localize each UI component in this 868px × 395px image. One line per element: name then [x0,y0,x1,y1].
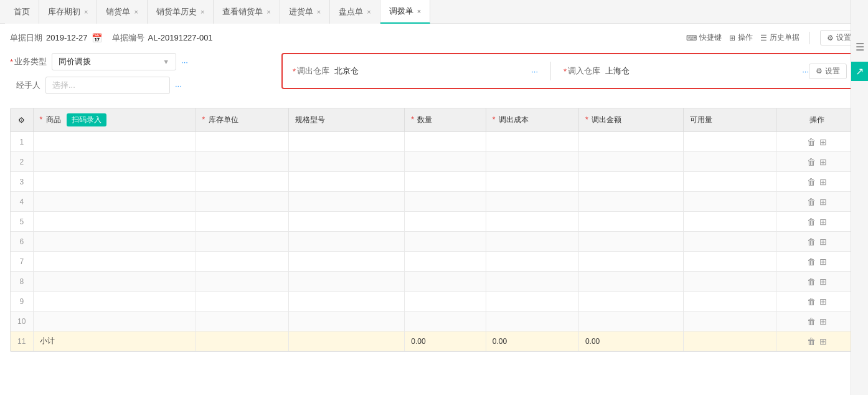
tab-purchase-order[interactable]: 进货单 × [280,0,330,24]
qty-cell[interactable] [405,192,486,212]
scan-entry-button[interactable]: 扫码录入 [67,113,106,126]
sidebar-export-icon[interactable]: ↗ [851,62,869,81]
transfer-cost-cell[interactable] [486,172,578,192]
delete-subtotal-icon[interactable]: 🗑 [807,336,816,346]
unit-cell[interactable] [196,132,288,152]
product-cell[interactable] [33,292,196,312]
transfer-amount-cell[interactable] [578,212,683,232]
delete-row-icon[interactable]: 🗑 [807,257,816,267]
spec-cell[interactable] [288,192,404,212]
unit-cell[interactable] [196,192,288,212]
product-cell[interactable] [33,172,196,192]
transfer-cost-cell[interactable] [486,252,578,272]
transfer-cost-cell[interactable] [486,152,578,172]
qty-cell[interactable] [405,152,486,172]
qty-cell[interactable] [405,272,486,292]
transfer-amount-cell[interactable] [578,192,683,212]
delete-row-icon[interactable]: 🗑 [807,157,816,167]
tab-transfer-order[interactable]: 调拨单 × [380,0,430,24]
available-cell[interactable] [683,252,776,272]
settings-col-header[interactable]: ⚙ [11,108,33,132]
spec-cell[interactable] [288,172,404,192]
product-cell[interactable] [33,272,196,292]
spec-cell[interactable] [288,152,404,172]
copy-row-icon[interactable]: ⊞ [819,177,827,187]
unit-cell[interactable] [196,212,288,232]
available-cell[interactable] [683,172,776,192]
tab-close-inventory-check[interactable]: × [367,8,370,16]
unit-cell[interactable] [196,232,288,252]
available-cell[interactable] [683,132,776,152]
transfer-amount-cell[interactable] [578,292,683,312]
available-cell[interactable] [683,272,776,292]
copy-row-icon[interactable]: ⊞ [819,297,827,307]
transfer-cost-cell[interactable] [486,312,578,331]
qty-cell[interactable] [405,292,486,312]
available-cell[interactable] [683,152,776,172]
copy-row-icon[interactable]: ⊞ [819,137,827,147]
transfer-amount-cell[interactable] [578,152,683,172]
transfer-amount-cell[interactable] [578,132,683,152]
unit-cell[interactable] [196,152,288,172]
delete-row-icon[interactable]: 🗑 [807,137,816,147]
available-cell[interactable] [683,232,776,252]
transfer-cost-cell[interactable] [486,192,578,212]
spec-cell[interactable] [288,252,404,272]
tab-home[interactable]: 首页 [5,0,39,24]
tab-view-sales[interactable]: 查看销货单 × [214,0,280,24]
copy-row-icon[interactable]: ⊞ [819,257,827,267]
copy-row-icon[interactable]: ⊞ [819,316,827,326]
available-cell[interactable] [683,292,776,312]
handler-more[interactable]: ··· [175,81,182,90]
delete-row-icon[interactable]: 🗑 [807,197,816,207]
qty-cell[interactable] [405,232,486,252]
history-button[interactable]: ☰ 历史单据 [760,32,800,43]
calendar-icon[interactable]: 📅 [92,33,102,43]
operations-button[interactable]: ⊞ 操作 [729,32,753,43]
transfer-cost-cell[interactable] [486,272,578,292]
transfer-cost-cell[interactable] [486,132,578,152]
tab-close-sales-order[interactable]: × [134,8,138,16]
qty-cell[interactable] [405,252,486,272]
copy-row-icon[interactable]: ⊞ [819,217,827,227]
qty-cell[interactable] [405,312,486,331]
spec-cell[interactable] [288,212,404,232]
delete-row-icon[interactable]: 🗑 [807,237,816,247]
unit-cell[interactable] [196,252,288,272]
shortcut-button[interactable]: ⌨ 快捷键 [686,32,722,43]
spec-cell[interactable] [288,292,404,312]
business-type-select[interactable]: 同价调拨 ▼ [52,53,176,70]
warehouse-settings-button[interactable]: ⚙ 设置 [809,64,847,79]
qty-cell[interactable] [405,172,486,192]
unit-cell[interactable] [196,272,288,292]
transfer-cost-cell[interactable] [486,232,578,252]
transfer-amount-cell[interactable] [578,232,683,252]
transfer-cost-cell[interactable] [486,212,578,232]
tab-sales-history[interactable]: 销货单历史 × [148,0,214,24]
tab-close-purchase-order[interactable]: × [317,8,321,16]
product-cell[interactable] [33,192,196,212]
tab-close-transfer-order[interactable]: × [417,7,421,15]
product-cell[interactable] [33,252,196,272]
unit-cell[interactable] [196,312,288,331]
tab-close-inventory-init[interactable]: × [84,8,88,16]
qty-cell[interactable] [405,132,486,152]
copy-row-icon[interactable]: ⊞ [819,197,827,207]
unit-cell[interactable] [196,292,288,312]
delete-row-icon[interactable]: 🗑 [807,297,816,307]
transfer-cost-cell[interactable] [486,292,578,312]
handler-select[interactable]: 选择... [45,77,170,94]
sidebar-list-icon[interactable]: ☰ [856,37,864,57]
product-cell[interactable] [33,152,196,172]
spec-cell[interactable] [288,132,404,152]
product-cell[interactable] [33,232,196,252]
tab-inventory-check[interactable]: 盘点单 × [330,0,380,24]
transfer-amount-cell[interactable] [578,172,683,192]
transfer-amount-cell[interactable] [578,312,683,331]
spec-cell[interactable] [288,232,404,252]
tab-close-view-sales[interactable]: × [267,8,270,16]
spec-cell[interactable] [288,312,404,331]
unit-cell[interactable] [196,172,288,192]
transfer-in-more[interactable]: ··· [802,67,809,76]
delete-row-icon[interactable]: 🗑 [807,316,816,326]
